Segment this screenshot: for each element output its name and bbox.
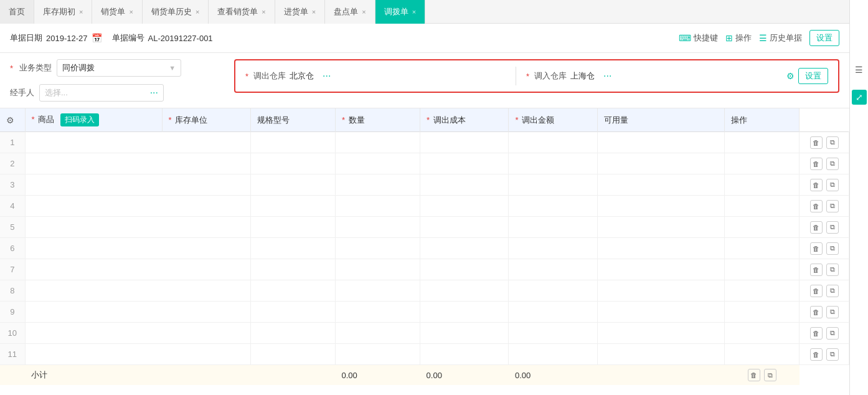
row-product[interactable]	[25, 153, 250, 174]
row-amount[interactable]	[597, 238, 724, 259]
row-copy-icon[interactable]: ⧉	[826, 200, 839, 212]
shortcut-button[interactable]: ⌨ 快捷键	[679, 32, 718, 44]
row-trash-icon[interactable]: 🗑	[810, 285, 823, 297]
row-spec[interactable]	[335, 153, 420, 174]
row-amount[interactable]	[597, 344, 724, 365]
row-amount[interactable]	[597, 302, 724, 323]
row-qty[interactable]	[420, 323, 509, 344]
row-cost[interactable]	[509, 132, 597, 153]
row-trash-icon[interactable]: 🗑	[810, 200, 823, 212]
row-unit[interactable]	[250, 153, 335, 174]
row-copy-icon[interactable]: ⧉	[826, 242, 839, 255]
tab-view-sales[interactable]: 查看销货单 ×	[209, 0, 275, 24]
col-gear[interactable]: ⚙	[0, 108, 25, 132]
tab-count[interactable]: 盘点单 ×	[325, 0, 375, 24]
tab-sales-order-close[interactable]: ×	[129, 8, 133, 16]
row-trash-icon[interactable]: 🗑	[810, 179, 823, 191]
business-type-select[interactable]: 同价调拨 ▼	[57, 59, 181, 77]
row-spec[interactable]	[335, 174, 420, 196]
row-product[interactable]	[25, 196, 250, 217]
row-amount[interactable]	[597, 132, 724, 153]
tab-sales-order[interactable]: 销货单 ×	[92, 0, 142, 24]
tab-inventory-init[interactable]: 库存期初 ×	[34, 0, 92, 24]
row-cost[interactable]	[509, 302, 597, 323]
row-trash-icon[interactable]: 🗑	[810, 242, 823, 255]
row-amount[interactable]	[597, 280, 724, 302]
row-cost[interactable]	[509, 259, 597, 280]
row-unit[interactable]	[250, 344, 335, 365]
subtotal-trash-icon[interactable]: 🗑	[748, 369, 760, 381]
row-qty[interactable]	[420, 238, 509, 259]
row-trash-icon[interactable]: 🗑	[810, 221, 823, 234]
subtotal-copy-icon[interactable]: ⧉	[764, 369, 776, 381]
row-amount[interactable]	[597, 323, 724, 344]
row-copy-icon[interactable]: ⧉	[826, 306, 839, 318]
row-qty[interactable]	[420, 196, 509, 217]
row-product[interactable]	[25, 302, 250, 323]
row-unit[interactable]	[250, 217, 335, 238]
row-trash-icon[interactable]: 🗑	[810, 306, 823, 318]
row-spec[interactable]	[335, 217, 420, 238]
row-unit[interactable]	[250, 259, 335, 280]
tab-transfer-close[interactable]: ×	[412, 8, 416, 16]
tab-sales-history[interactable]: 销货单历史 ×	[143, 0, 209, 24]
row-qty[interactable]	[420, 153, 509, 174]
row-product[interactable]	[25, 280, 250, 302]
row-trash-icon[interactable]: 🗑	[810, 264, 823, 276]
row-trash-icon[interactable]: 🗑	[810, 136, 823, 149]
row-cost[interactable]	[509, 323, 597, 344]
row-product[interactable]	[25, 217, 250, 238]
calendar-icon[interactable]: 📅	[92, 33, 102, 43]
setting-button[interactable]: 设置	[809, 30, 839, 46]
row-spec[interactable]	[335, 132, 420, 153]
row-amount[interactable]	[597, 174, 724, 196]
row-product[interactable]	[25, 174, 250, 196]
row-copy-icon[interactable]: ⧉	[826, 221, 839, 234]
row-cost[interactable]	[509, 280, 597, 302]
row-copy-icon[interactable]: ⧉	[826, 264, 839, 276]
row-amount[interactable]	[597, 259, 724, 280]
row-qty[interactable]	[420, 174, 509, 196]
row-unit[interactable]	[250, 238, 335, 259]
row-product[interactable]	[25, 259, 250, 280]
tab-sales-history-close[interactable]: ×	[196, 8, 199, 16]
row-qty[interactable]	[420, 132, 509, 153]
row-spec[interactable]	[335, 302, 420, 323]
row-copy-icon[interactable]: ⧉	[826, 158, 839, 170]
sidebar-list-icon[interactable]: ☰	[852, 62, 867, 77]
operations-button[interactable]: ⊞ 操作	[725, 32, 752, 44]
row-amount[interactable]	[597, 196, 724, 217]
row-cost[interactable]	[509, 344, 597, 365]
row-trash-icon[interactable]: 🗑	[810, 158, 823, 170]
row-amount[interactable]	[597, 153, 724, 174]
row-cost[interactable]	[509, 238, 597, 259]
row-product[interactable]	[25, 323, 250, 344]
tab-purchase[interactable]: 进货单 ×	[275, 0, 325, 24]
row-cost[interactable]	[509, 174, 597, 196]
row-qty[interactable]	[420, 302, 509, 323]
tab-home[interactable]: 首页	[0, 0, 34, 24]
row-qty[interactable]	[420, 344, 509, 365]
row-spec[interactable]	[335, 323, 420, 344]
row-trash-icon[interactable]: 🗑	[810, 348, 823, 361]
row-unit[interactable]	[250, 196, 335, 217]
row-product[interactable]	[25, 344, 250, 365]
row-qty[interactable]	[420, 280, 509, 302]
sidebar-expand-icon[interactable]: ⤢	[852, 90, 867, 105]
tab-count-close[interactable]: ×	[362, 8, 366, 16]
row-spec[interactable]	[335, 196, 420, 217]
row-unit[interactable]	[250, 323, 335, 344]
row-unit[interactable]	[250, 302, 335, 323]
row-amount[interactable]	[597, 217, 724, 238]
row-copy-icon[interactable]: ⧉	[826, 348, 839, 361]
row-spec[interactable]	[335, 344, 420, 365]
row-cost[interactable]	[509, 196, 597, 217]
row-copy-icon[interactable]: ⧉	[826, 179, 839, 191]
tab-inventory-init-close[interactable]: ×	[79, 8, 83, 16]
tab-view-sales-close[interactable]: ×	[262, 8, 265, 16]
row-unit[interactable]	[250, 132, 335, 153]
row-trash-icon[interactable]: 🗑	[810, 327, 823, 340]
settings-gear-icon[interactable]: ⚙	[786, 71, 795, 81]
warehouse-out-more-icon[interactable]: ···	[323, 70, 331, 82]
row-spec[interactable]	[335, 280, 420, 302]
